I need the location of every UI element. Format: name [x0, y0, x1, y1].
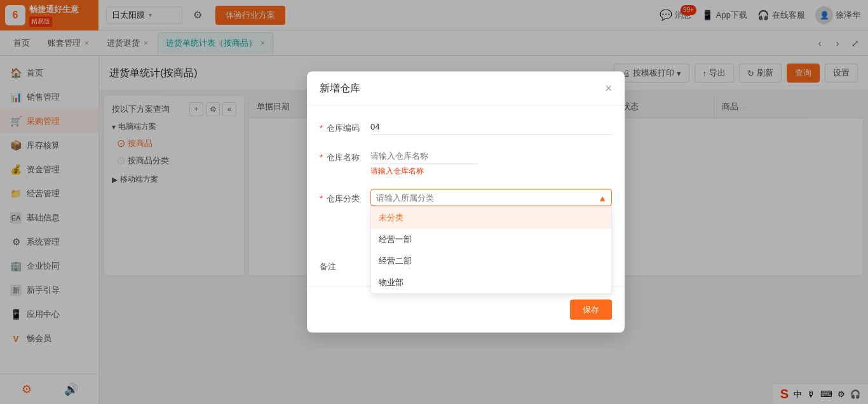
form-row-category: * 仓库分类 ▲ 未分类 经营一部 经营二部 物业部	[320, 189, 612, 206]
save-button[interactable]: 保存	[570, 300, 612, 320]
code-label: * 仓库编码	[320, 119, 370, 134]
category-dropdown: 未分类 经营一部 经营二部 物业部	[370, 206, 612, 294]
category-label: * 仓库分类	[320, 189, 370, 205]
modal-header: 新增仓库 ×	[307, 72, 625, 106]
modal-body: * 仓库编码 * 仓库名称 请输入仓库名称 *	[307, 106, 625, 274]
form-row-code: * 仓库编码	[320, 119, 612, 135]
category-option-dept1[interactable]: 经营一部	[371, 229, 611, 250]
modal-close-button[interactable]: ×	[605, 82, 612, 95]
name-input[interactable]	[370, 148, 477, 165]
form-row-name: * 仓库名称 请输入仓库名称	[320, 148, 612, 177]
category-option-uncategorized[interactable]: 未分类	[371, 207, 611, 229]
name-label: * 仓库名称	[320, 148, 370, 163]
add-warehouse-modal: 新增仓库 × * 仓库编码 * 仓库名称 请输入仓库名称	[307, 72, 625, 333]
category-input-wrap: ▲ 未分类 经营一部 经营二部 物业部	[370, 189, 612, 206]
note-label: 备注	[320, 257, 370, 273]
category-option-dept2[interactable]: 经营二部	[371, 250, 611, 272]
category-option-dept3[interactable]: 物业部	[371, 272, 611, 293]
code-input[interactable]	[370, 119, 612, 135]
category-input[interactable]	[370, 189, 612, 206]
modal-title: 新增仓库	[320, 82, 360, 95]
category-dropdown-arrow[interactable]: ▲	[598, 192, 607, 203]
name-error-msg: 请输入仓库名称	[370, 166, 424, 177]
